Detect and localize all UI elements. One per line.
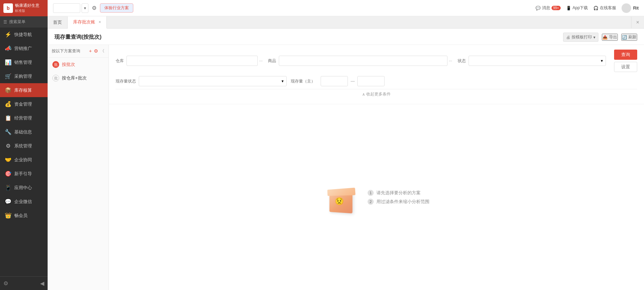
filter-row-1: 仓库 ··· 商品 ··· 状态 xyxy=(116,50,637,72)
sidebar-item-label: 快捷导航 xyxy=(14,32,32,38)
tip-text-1: 请先选择要分析的方案 xyxy=(376,190,421,196)
headset-icon: 🎧 xyxy=(593,6,598,11)
newguide-icon: 🎯 xyxy=(5,170,12,177)
online-service-action[interactable]: 🎧 在线客服 xyxy=(593,5,616,11)
warehouse-input[interactable] xyxy=(126,56,258,66)
sidebar-item-weixin[interactable]: 💬 企业微信 xyxy=(0,195,48,209)
status-label: 状态 xyxy=(458,58,466,64)
message-badge: 99+ xyxy=(552,6,561,10)
filter-area: 仓库 ··· 商品 ··· 状态 xyxy=(109,45,644,104)
top-bar: ▾ ⚙ 体验行业方案 💬 消息 99+ 📱 App下载 🎧 在线客服 Rit xyxy=(48,0,644,16)
panel-collapse-icon[interactable]: 《 xyxy=(100,48,104,54)
footer-collapse-icon[interactable]: ◀ xyxy=(40,280,44,287)
export-icon: 📤 xyxy=(603,35,608,40)
collapse-more-btn[interactable]: ∧ 收起更多条件 xyxy=(116,89,637,99)
basic-icon: 🔧 xyxy=(5,129,12,135)
box-face: 😟 xyxy=(335,197,344,206)
warehouse-more-btn[interactable]: ··· xyxy=(258,58,264,63)
inv-status-label: 现存量状态 xyxy=(116,78,136,84)
plan-item-warehouse-batch[interactable]: 批 按仓库+批次 xyxy=(48,71,108,85)
sidebar-item-finance[interactable]: 💰 资金管理 xyxy=(0,97,48,111)
empty-tip-1: 1 请先选择要分析的方案 xyxy=(368,190,429,196)
qty-separator: — xyxy=(351,79,355,84)
tab-home[interactable]: 首页 xyxy=(48,17,68,28)
main-content: 按以下方案查询 + ⚙ 《 批 按批次 批 xyxy=(48,45,644,290)
page-header: 现存量查询(按批次) 🖨 按模板打印 ▾ 📤 导出 🔄 刷新 xyxy=(48,29,644,45)
plan-icon-batch: 批 xyxy=(52,61,59,68)
left-panel: 按以下方案查询 + ⚙ 《 批 按批次 批 xyxy=(48,45,109,290)
user-area[interactable]: Rit xyxy=(622,3,639,13)
qty-from-input[interactable] xyxy=(321,76,348,86)
sidebar-item-sales[interactable]: 📊 销售管理 xyxy=(0,55,48,69)
print-icon: 🖨 xyxy=(566,35,570,40)
tab-close-icon[interactable]: × xyxy=(99,20,101,24)
print-btn[interactable]: 🖨 按模板打印 ▾ xyxy=(563,33,598,42)
status-dropdown-icon: ▾ xyxy=(601,58,603,63)
status-dropdown[interactable]: ▾ xyxy=(469,56,606,66)
product-more-btn[interactable]: ··· xyxy=(447,58,454,63)
sidebar-item-system[interactable]: ⚙ 系统管理 xyxy=(0,139,48,153)
sidebar-item-label: 销售管理 xyxy=(14,59,32,66)
export-btn[interactable]: 📤 导出 xyxy=(602,34,618,41)
footer-settings-icon[interactable]: ⚙ xyxy=(3,280,8,287)
sidebar-item-appstore[interactable]: 📱 应用中心 xyxy=(0,181,48,195)
sidebar-item-inventory[interactable]: 📦 库存核算 xyxy=(0,83,48,97)
search-input-group: ▾ xyxy=(53,3,88,13)
top-dropdown-btn[interactable]: ▾ xyxy=(82,3,88,13)
sidebar-item-label: 库存核算 xyxy=(14,87,32,93)
sidebar-item-newguide[interactable]: 🎯 新手引导 xyxy=(0,167,48,181)
sidebar-item-label: 畅会员 xyxy=(14,213,28,219)
add-plan-icon[interactable]: + xyxy=(89,48,92,54)
sidebar-item-enterprise[interactable]: 🤝 企业协同 xyxy=(0,153,48,167)
empty-tip-2: 2 用过滤条件来缩小分析范围 xyxy=(368,199,429,205)
sidebar-item-basic[interactable]: 🔧 基础信息 xyxy=(0,125,48,139)
filter-row-2: 现存量状态 ▾ 现存量（主） — xyxy=(116,76,637,86)
refresh-icon: 🔄 xyxy=(622,35,627,40)
sidebar-item-label: 经营管理 xyxy=(14,115,32,121)
plan-settings-icon[interactable]: ⚙ xyxy=(94,48,98,54)
sidebar-item-label: 系统管理 xyxy=(14,143,32,149)
refresh-btn[interactable]: 🔄 刷新 xyxy=(621,34,637,41)
tab-inventory-batch[interactable]: 库存批次账 × xyxy=(68,16,107,29)
tab-bar-close-btn[interactable]: × xyxy=(631,17,644,28)
top-bar-left: ▾ ⚙ 体验行业方案 xyxy=(53,3,133,13)
query-btn[interactable]: 查询 xyxy=(614,50,637,60)
sidebar-item-label: 基础信息 xyxy=(14,129,32,135)
top-gear-icon[interactable]: ⚙ xyxy=(92,5,97,11)
left-panel-actions: + ⚙ 《 xyxy=(89,48,104,54)
sidebar-item-operation[interactable]: 📋 经营管理 xyxy=(0,111,48,125)
plan-item-batch[interactable]: 批 按批次 xyxy=(48,58,108,71)
weixin-icon: 💬 xyxy=(5,198,12,205)
product-filter-group: 商品 ··· xyxy=(268,56,453,66)
sales-icon: 📊 xyxy=(5,59,12,66)
settings-btn[interactable]: 设置 xyxy=(614,62,637,72)
collapse-up-icon: ∧ xyxy=(362,92,365,97)
search-menu-item[interactable]: ☰ 搜索菜单 xyxy=(0,16,48,28)
top-search-input[interactable] xyxy=(53,3,80,13)
sidebar: b 畅康通好生意 标准版 ☰ 搜索菜单 ⚡ 快捷导航 📣 营销推广 📊 销售管理… xyxy=(0,0,48,290)
experience-industry-btn[interactable]: 体验行业方案 xyxy=(100,3,133,13)
product-input[interactable] xyxy=(279,56,447,66)
sidebar-item-purchase[interactable]: 🛒 采购管理 xyxy=(0,69,48,83)
app-download-action[interactable]: 📱 App下载 xyxy=(566,5,588,11)
print-dropdown-icon: ▾ xyxy=(593,35,595,40)
member-icon: 👑 xyxy=(5,212,12,219)
search-icon: ☰ xyxy=(3,20,7,24)
message-action[interactable]: 💬 消息 99+ xyxy=(536,5,561,11)
sidebar-item-label: 企业微信 xyxy=(14,199,32,205)
sidebar-item-label: 资金管理 xyxy=(14,101,32,107)
sidebar-nav: ⚡ 快捷导航 📣 营销推广 📊 销售管理 🛒 采购管理 📦 库存核算 💰 资金管… xyxy=(0,28,48,276)
plan-icon-warehouse-batch: 批 xyxy=(52,75,59,81)
app-edition: 标准版 xyxy=(15,8,39,13)
product-label: 商品 xyxy=(268,58,276,64)
left-panel-title: 按以下方案查询 xyxy=(52,48,80,54)
qty-to-input[interactable] xyxy=(357,76,385,86)
tip-number-2: 2 xyxy=(368,199,374,205)
sidebar-item-shortcut[interactable]: ⚡ 快捷导航 xyxy=(0,28,48,41)
user-name: Rit xyxy=(633,5,639,11)
marketing-icon: 📣 xyxy=(5,45,12,52)
inv-status-dropdown[interactable]: ▾ xyxy=(139,76,287,86)
sidebar-item-marketing[interactable]: 📣 营销推广 xyxy=(0,41,48,55)
sidebar-item-member[interactable]: 👑 畅会员 xyxy=(0,209,48,222)
tab-bar: 首页 库存批次账 × × xyxy=(48,16,644,29)
